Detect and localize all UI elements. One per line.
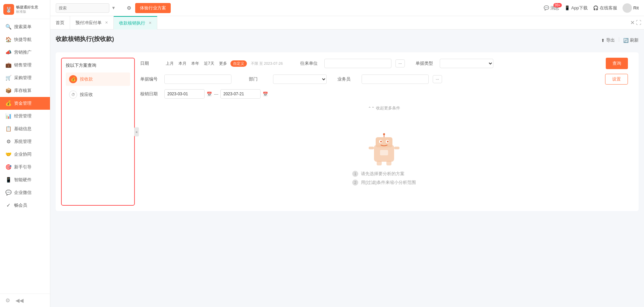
staff-label: 业务员 bbox=[337, 76, 358, 82]
writeoff-end-date-input[interactable] bbox=[220, 89, 261, 99]
collapse-more-button[interactable]: ⌃⌃ 收起更多条件 bbox=[140, 103, 628, 113]
app-logo: 🐰 畅捷通好生意 标准版 bbox=[0, 0, 50, 19]
tab-home-label: 首页 bbox=[56, 20, 64, 26]
sidebar-item-inventory[interactable]: 📦 库存核算 bbox=[0, 84, 50, 97]
sidebar-item-member[interactable]: ✓ 畅会员 bbox=[0, 199, 50, 212]
app-edition: 标准版 bbox=[16, 9, 38, 14]
staff-ellipsis-button[interactable]: ··· bbox=[433, 75, 442, 83]
svg-rect-8 bbox=[369, 147, 374, 149]
empty-text-group: 1 请先选择要分析的方案 2 用[过滤]条件来缩小分析范围 bbox=[352, 171, 416, 186]
filter-option-by-receivable[interactable]: ⏱ 按应收 bbox=[66, 88, 130, 101]
sidebar-item-quick-nav[interactable]: 🏠 快捷导航 bbox=[0, 33, 50, 46]
query-area: 日期 上月 本月 本年 近7天 更多 自定义 不限 至 2023-07-26 bbox=[135, 58, 633, 206]
sidebar-item-hardware[interactable]: 📱 智能硬件 bbox=[0, 173, 50, 186]
sales-icon: 💼 bbox=[5, 62, 11, 68]
date-separator: — bbox=[214, 92, 218, 97]
last-month-btn[interactable]: 上月 bbox=[164, 60, 175, 67]
sidebar-item-wechat[interactable]: 💬 企业微信 bbox=[0, 186, 50, 199]
export-icon: ⬆ bbox=[601, 38, 605, 43]
tab-writeoff-close[interactable]: ✕ bbox=[149, 21, 152, 25]
filter-receipt-label: 按收款 bbox=[80, 76, 93, 82]
topbar-search-input[interactable] bbox=[56, 3, 109, 13]
user-area[interactable]: Rit bbox=[623, 3, 639, 13]
sidebar-menu: 🔍 搜索菜单 🏠 快捷导航 📣 营销推广 💼 销售管理 🛒 采购管理 📦 库存核… bbox=[0, 19, 50, 294]
app-download-link[interactable]: 📱 App下载 bbox=[565, 5, 588, 11]
dropdown-icon[interactable]: ▼ bbox=[111, 5, 116, 10]
tab-home[interactable]: 首页 bbox=[50, 16, 70, 30]
industry-solution-button[interactable]: 体验行业方案 bbox=[135, 3, 171, 13]
sidebar-item-purchase[interactable]: 🛒 采购管理 bbox=[0, 71, 50, 84]
sidebar-item-search[interactable]: 🔍 搜索菜单 bbox=[0, 20, 50, 33]
hardware-icon: 📱 bbox=[5, 177, 11, 183]
tab-writeoff[interactable]: 收款核销执行 ✕ bbox=[114, 16, 157, 30]
topbar-search-area: ▼ bbox=[56, 3, 123, 13]
purchase-icon: 🛒 bbox=[5, 75, 11, 81]
sidebar-item-operations[interactable]: 📊 经营管理 bbox=[0, 110, 50, 122]
online-service-link[interactable]: 🎧 在线客服 bbox=[593, 5, 617, 11]
end-date-calendar-icon[interactable]: 📅 bbox=[263, 92, 268, 97]
tab-prepay-label: 预付冲应付单 bbox=[75, 20, 102, 26]
svg-rect-12 bbox=[380, 150, 388, 155]
guide-icon: 🎯 bbox=[5, 164, 11, 170]
this-year-btn[interactable]: 本年 bbox=[190, 60, 201, 67]
this-month-btn[interactable]: 本月 bbox=[177, 60, 188, 67]
filter-receivable-label: 按应收 bbox=[80, 92, 93, 98]
sidebar-item-enterprise[interactable]: 🤝 企业协同 bbox=[0, 148, 50, 161]
sidebar-item-system[interactable]: ⚙ 系统管理 bbox=[0, 135, 50, 148]
staff-input[interactable] bbox=[362, 74, 429, 84]
wechat-icon: 💬 bbox=[5, 190, 11, 196]
query-button[interactable]: 查询 bbox=[606, 58, 628, 69]
toolbar-divider bbox=[619, 37, 619, 42]
sidebar-item-basic-info[interactable]: 📋 基础信息 bbox=[0, 122, 50, 135]
page-title: 收款核销执行(按收款) bbox=[56, 35, 114, 43]
tabs-right-controls: ✕ ⛶ bbox=[630, 19, 644, 26]
tab-prepay-close[interactable]: ✕ bbox=[105, 20, 108, 25]
refresh-button[interactable]: 🔄 刷新 bbox=[623, 37, 639, 43]
chevron-up-icon: ⌃⌃ bbox=[368, 106, 375, 111]
message-badge[interactable]: 💬 消息 99+ bbox=[544, 5, 559, 11]
svg-point-5 bbox=[387, 141, 389, 143]
voucher-no-input[interactable] bbox=[164, 74, 231, 84]
topbar-gear-icon[interactable]: ⚙ bbox=[127, 5, 131, 11]
voucher-no-label: 单据编号 bbox=[140, 76, 160, 82]
tab-prepay[interactable]: 预付冲应付单 ✕ bbox=[70, 16, 114, 30]
export-button[interactable]: ⬆ 导出 bbox=[601, 37, 615, 43]
empty-illustration bbox=[364, 133, 404, 167]
sidebar-item-sales[interactable]: 💼 销售管理 bbox=[0, 59, 50, 71]
voucher-type-select[interactable] bbox=[440, 59, 493, 68]
operations-icon: 📊 bbox=[5, 113, 11, 119]
more-date-btn[interactable]: 更多 bbox=[218, 60, 228, 67]
svg-rect-11 bbox=[386, 161, 391, 165]
refresh-icon: 🔄 bbox=[623, 38, 629, 43]
settings-button[interactable]: 设置 bbox=[605, 74, 628, 85]
svg-rect-10 bbox=[377, 161, 382, 165]
partner-input[interactable] bbox=[324, 59, 391, 68]
sidebar-item-marketing[interactable]: 📣 营销推广 bbox=[0, 46, 50, 59]
filter-option-by-receipt[interactable]: 💰 按收款 bbox=[66, 72, 130, 86]
topbar-right: 💬 消息 99+ 📱 App下载 🎧 在线客服 Rit bbox=[544, 3, 639, 13]
message-count-badge: 99+ bbox=[553, 3, 562, 7]
start-date-calendar-icon[interactable]: 📅 bbox=[207, 92, 212, 97]
tab-expand-button[interactable]: ⛶ bbox=[636, 20, 641, 26]
svg-point-4 bbox=[380, 141, 382, 143]
tab-close-all-button[interactable]: ✕ bbox=[630, 19, 635, 26]
date-shortcuts: 上月 本月 本年 近7天 更多 自定义 bbox=[164, 60, 247, 67]
query-row-date: 日期 上月 本月 本年 近7天 更多 自定义 不限 至 2023-07-26 bbox=[140, 58, 628, 69]
writeoff-date-range: 📅 — 📅 bbox=[164, 89, 268, 99]
partner-ellipsis-button[interactable]: ··· bbox=[395, 59, 405, 67]
sidebar-item-guide[interactable]: 🎯 新手引导 bbox=[0, 161, 50, 173]
home-icon: 🏠 bbox=[5, 37, 11, 43]
writeoff-start-date-input[interactable] bbox=[164, 89, 205, 99]
collapse-sidebar-icon[interactable]: ◀◀ bbox=[15, 297, 23, 304]
settings-bottom-icon[interactable]: ⚙ bbox=[5, 297, 10, 304]
empty-robot-svg bbox=[364, 133, 404, 167]
service-icon: 🎧 bbox=[593, 5, 598, 10]
hint-number-2: 2 bbox=[352, 180, 358, 186]
user-name: Rit bbox=[633, 5, 639, 10]
last-7-days-btn[interactable]: 近7天 bbox=[203, 60, 216, 67]
dept-select[interactable] bbox=[273, 74, 327, 84]
sidebar-item-finance[interactable]: 💰 资金管理 bbox=[0, 97, 50, 110]
filter-panel-collapse-button[interactable]: « bbox=[134, 127, 139, 136]
custom-date-tag[interactable]: 自定义 bbox=[230, 60, 247, 67]
system-icon: ⚙ bbox=[5, 139, 11, 145]
